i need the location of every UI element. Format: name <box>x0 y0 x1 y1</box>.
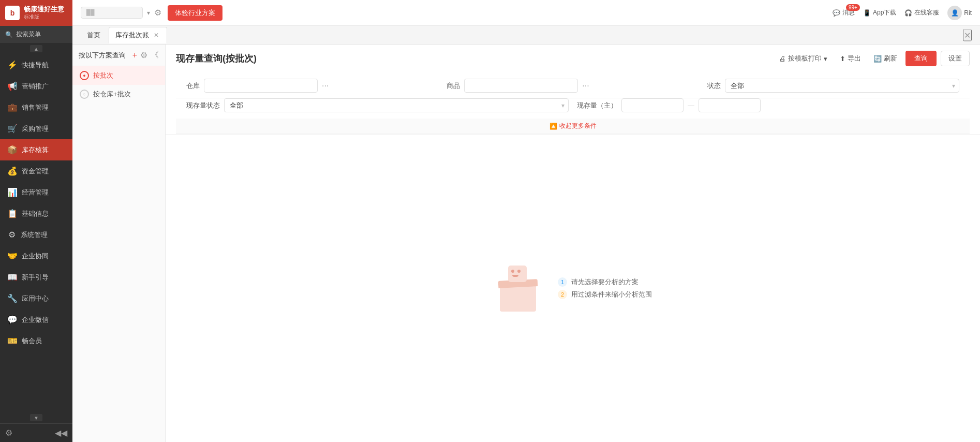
topbar-search-box[interactable]: ▉▉ <box>81 7 143 19</box>
scheme-item-warehouse-batch[interactable]: ○ 按仓库+批次 <box>72 85 165 104</box>
print-template-button[interactable]: 🖨 按模板打印 ▾ <box>775 52 831 65</box>
app-title-block: 畅康通好生意 标准版 <box>24 5 67 21</box>
filter-panel-header: 按以下方案查询 + ⚙ 《 <box>72 45 165 66</box>
setting-button[interactable]: 设置 <box>941 51 970 66</box>
stock-status-select-wrap: 全部 ▾ <box>224 98 569 112</box>
sidebar-scroll-down[interactable]: ▼ <box>0 412 72 423</box>
sidebar-item-inventory[interactable]: 📦 库存核算 <box>0 139 72 160</box>
system-icon: ⚙ <box>7 230 17 240</box>
tab-home-label: 首页 <box>87 31 100 40</box>
apps-icon: 🔧 <box>7 293 18 303</box>
sidebar-item-sales[interactable]: 💼 销售管理 <box>0 97 72 118</box>
scheme-label-warehouse-batch: 按仓库+批次 <box>93 90 131 99</box>
empty-step-2: 2 用过滤条件来缩小分析范围 <box>558 290 652 299</box>
finance-icon: 💰 <box>7 166 18 176</box>
stock-qty-min-input[interactable] <box>621 98 684 112</box>
status-select[interactable]: 全部 正常 停用 <box>725 79 959 93</box>
sidebar-item-marketing[interactable]: 📢 营销推广 <box>0 76 72 97</box>
filter-panel-title: 按以下方案查询 <box>79 51 129 60</box>
topbar: ▉▉ ▾ ⚙ 体验行业方案 💬 消息 99+ 📱 App下载 🎧 在线客服 👤 <box>72 0 980 26</box>
sidebar-item-system[interactable]: ⚙ 系统管理 <box>0 224 72 245</box>
message-button[interactable]: 💬 消息 99+ <box>833 8 855 17</box>
marketing-icon: 📢 <box>7 81 18 91</box>
scheme-item-batch[interactable]: ● 按批次 <box>72 66 165 85</box>
print-chevron-icon: ▾ <box>824 55 827 63</box>
tabbar-close-right-button[interactable]: ✕ <box>963 29 972 41</box>
topbar-gear-icon[interactable]: ⚙ <box>154 8 161 18</box>
sidebar-item-purchase[interactable]: 🛒 采购管理 <box>0 118 72 139</box>
stock-qty-max-input[interactable] <box>699 98 761 112</box>
product-label: 商品 <box>447 81 460 91</box>
sidebar-item-collab[interactable]: 🤝 企业协同 <box>0 245 72 267</box>
scroll-up-button[interactable]: ▲ <box>30 45 42 52</box>
topbar-chevron-icon[interactable]: ▾ <box>147 9 150 17</box>
topbar-search-area: ▉▉ ▾ ⚙ <box>81 7 161 19</box>
warehouse-input[interactable] <box>204 79 318 93</box>
scroll-down-button[interactable]: ▼ <box>30 414 42 421</box>
filter-row-2: 现存量状态 全部 ▾ 现存量（主） — <box>176 98 970 119</box>
sales-icon: 💼 <box>7 102 18 112</box>
page-title: 现存量查询(按批次) <box>176 52 257 65</box>
product-input[interactable] <box>464 79 578 93</box>
trial-button[interactable]: 体验行业方案 <box>168 5 222 21</box>
refresh-button[interactable]: 🔄 刷新 <box>869 52 901 65</box>
step-2-number: 2 <box>558 290 567 299</box>
collapse-sidebar-button[interactable]: ◀◀ <box>55 428 67 438</box>
main-area: ▉▉ ▾ ⚙ 体验行业方案 💬 消息 99+ 📱 App下载 🎧 在线客服 👤 <box>72 0 980 442</box>
product-dots[interactable]: ··· <box>582 81 589 91</box>
user-profile-button[interactable]: 👤 Rit <box>947 6 972 20</box>
sidebar-scroll-up[interactable]: ▲ <box>0 43 72 54</box>
stock-status-select[interactable]: 全部 <box>224 98 569 112</box>
tab-home[interactable]: 首页 <box>81 27 107 43</box>
collapse-bar[interactable]: 🔼 收起更多条件 <box>176 119 970 134</box>
sidebar-item-guide[interactable]: 📖 新手引导 <box>0 267 72 288</box>
quick-nav-label: 快捷导航 <box>22 61 49 70</box>
sidebar-search[interactable]: 🔍 搜索菜单 <box>0 26 72 43</box>
content-area: 现存量查询(按批次) 🖨 按模板打印 ▾ ⬆ 导出 🔄 <box>166 45 980 442</box>
search-label: 搜索菜单 <box>16 30 41 39</box>
app-download-button[interactable]: 📱 App下载 <box>863 8 896 17</box>
stock-qty-label: 现存量（主） <box>577 101 617 110</box>
empty-text: 1 请先选择要分析的方案 2 用过滤条件来缩小分析范围 <box>558 277 652 299</box>
wechat-label: 企业微信 <box>22 315 49 325</box>
service-icon: 🎧 <box>904 9 912 17</box>
finance-label: 资金管理 <box>22 167 49 176</box>
avatar: 👤 <box>947 6 962 20</box>
app-logo: b <box>5 6 20 20</box>
stock-qty-group: 现存量（主） — <box>577 98 959 112</box>
sidebar-item-apps[interactable]: 🔧 应用中心 <box>0 288 72 309</box>
app-subtitle: 标准版 <box>24 13 67 21</box>
print-icon: 🖨 <box>779 55 786 63</box>
online-service-button[interactable]: 🎧 在线客服 <box>904 8 939 17</box>
basic-label: 基础信息 <box>22 209 49 218</box>
page-header: 现存量查询(按批次) 🖨 按模板打印 ▾ ⬆ 导出 🔄 <box>166 45 980 135</box>
guide-icon: 📖 <box>7 272 18 282</box>
purchase-label: 采购管理 <box>22 124 49 134</box>
topbar-right: 💬 消息 99+ 📱 App下载 🎧 在线客服 👤 Rit <box>833 6 972 20</box>
system-label: 系统管理 <box>21 230 48 240</box>
member-label: 畅会员 <box>22 336 42 346</box>
add-scheme-button[interactable]: + <box>132 51 137 60</box>
collab-icon: 🤝 <box>7 251 18 261</box>
export-label: 导出 <box>848 54 861 63</box>
filter-panel-collapse-button[interactable]: 《 <box>151 50 159 61</box>
quick-nav-icon: ⚡ <box>7 60 18 70</box>
search-icon: 🔍 <box>5 31 13 38</box>
status-label: 状态 <box>707 81 721 91</box>
sidebar-item-finance[interactable]: 💰 资金管理 <box>0 160 72 182</box>
tab-close-icon[interactable]: ✕ <box>152 31 160 39</box>
sidebar-item-basic[interactable]: 📋 基础信息 <box>0 203 72 224</box>
sidebar-item-member[interactable]: 🎫 畅会员 <box>0 330 72 351</box>
export-button[interactable]: ⬆ 导出 <box>836 52 865 65</box>
sidebar: b 畅康通好生意 标准版 🔍 搜索菜单 ▲ ⚡ 快捷导航 📢 营销推广 💼 销售… <box>0 0 72 442</box>
sidebar-item-ops[interactable]: 📊 经营管理 <box>0 182 72 203</box>
scheme-gear-button[interactable]: ⚙ <box>140 51 147 60</box>
app-title: 畅康通好生意 <box>24 5 67 13</box>
warehouse-dots[interactable]: ··· <box>322 81 329 91</box>
tab-inventory-batch[interactable]: 库存批次账 ✕ <box>109 27 167 43</box>
sidebar-item-wechat[interactable]: 💬 企业微信 <box>0 309 72 330</box>
query-button[interactable]: 查询 <box>905 51 937 66</box>
sidebar-item-quick-nav[interactable]: ⚡ 快捷导航 <box>0 54 72 76</box>
online-service-label: 在线客服 <box>914 8 939 17</box>
settings-button[interactable]: ⚙ <box>5 428 12 438</box>
